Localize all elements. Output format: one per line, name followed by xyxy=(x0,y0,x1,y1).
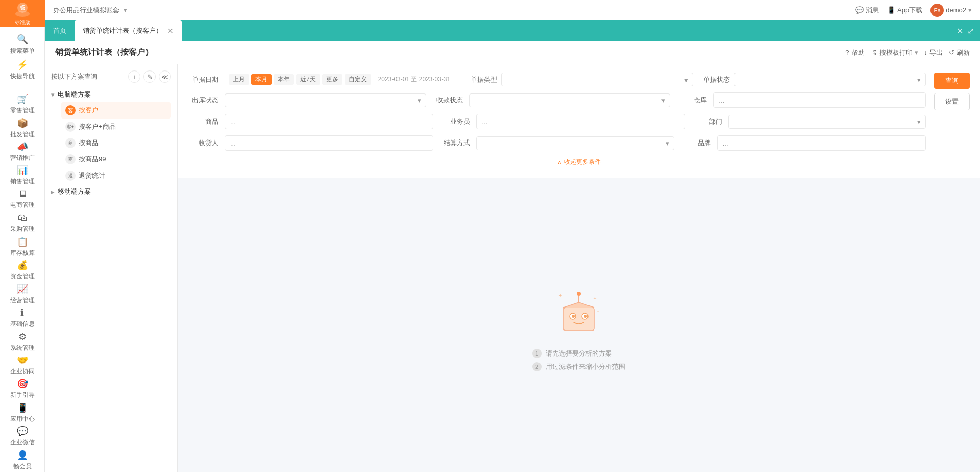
sidebar-item-finance[interactable]: 💰 资金管理 xyxy=(0,258,45,282)
receipt-status-select-wrap xyxy=(469,93,671,107)
sidebar-item-label: 应用中心 xyxy=(10,415,35,423)
collapse-panel-btn[interactable]: ≪ xyxy=(159,70,171,83)
settings-button[interactable]: 设置 xyxy=(934,93,970,110)
sidebar-item-label: 资金管理 xyxy=(10,272,35,281)
order-status-select[interactable] xyxy=(734,73,926,86)
tree-item-by-customer[interactable]: 客 按客户 xyxy=(61,102,171,119)
tab-sales-report[interactable]: 销货单统计计表（按客户） ✕ xyxy=(75,20,182,41)
warehouse-label: 仓库 xyxy=(676,96,707,105)
export-btn[interactable]: ↓ 导出 xyxy=(924,48,943,57)
sidebar-item-system[interactable]: ⚙ 系统管理 xyxy=(0,329,45,353)
sales-icon: 📊 xyxy=(17,164,28,176)
out-status-select[interactable] xyxy=(225,93,426,107)
tab-close-icon[interactable]: ✕ xyxy=(167,27,174,35)
refresh-btn[interactable]: ↺ 刷新 xyxy=(949,48,970,57)
sidebar-item-quick-nav[interactable]: ⚡ 快捷导航 xyxy=(0,57,45,83)
goods-input[interactable]: ... xyxy=(225,114,433,129)
message-icon: 💬 xyxy=(855,6,864,14)
member-icon: 👤 xyxy=(17,450,28,461)
tree-children-desktop: 客 按客户 客+ 按客户+商品 商 按商品 商 xyxy=(51,102,171,184)
tree-item-return-stats[interactable]: 退 退货统计 xyxy=(61,168,171,184)
app-download-label: App下载 xyxy=(897,6,922,15)
sidebar-item-wechat[interactable]: 💬 企业微信 xyxy=(0,424,45,448)
sidebar-search-item[interactable]: 🔍 搜索菜单 ⚡ 快捷导航 xyxy=(0,27,44,88)
sidebar-item-search[interactable]: 🔍 搜索菜单 xyxy=(0,32,45,57)
receipt-status-select[interactable] xyxy=(469,93,671,107)
sidebar-item-business[interactable]: 📈 经营管理 xyxy=(0,282,45,305)
print-dropdown-icon: ▾ xyxy=(915,49,918,56)
finance-icon: 💰 xyxy=(17,259,28,271)
sidebar-item-label: 销售管理 xyxy=(10,177,35,186)
warehouse-input[interactable]: ... xyxy=(713,92,926,108)
tab-home[interactable]: 首页 xyxy=(45,20,75,41)
sidebar-item-wholesale[interactable]: 📦 批发管理 xyxy=(0,116,45,139)
salesperson-ellipsis: ... xyxy=(482,118,487,126)
query-buttons-group: 查询 设置 xyxy=(934,73,970,110)
warehouse-ellipsis: ... xyxy=(719,97,724,104)
order-type-label: 单据类型 xyxy=(467,75,497,84)
user-menu[interactable]: Ea demo2 ▾ xyxy=(930,4,972,17)
tab-maximize-icon[interactable]: ⤢ xyxy=(967,26,974,36)
page-header: 销货单统计计表（按客户） ? 帮助 🖨 按模板打印 ▾ ↓ 导出 ↺ 刷新 xyxy=(45,41,980,64)
user-dropdown-icon: ▾ xyxy=(968,6,972,14)
tree-item-by-goods99[interactable]: 商 按商品99 xyxy=(61,151,171,168)
help-btn[interactable]: ? 帮助 xyxy=(845,48,864,57)
quick-btn-this-month[interactable]: 本月 xyxy=(251,74,272,85)
sidebar-item-label: 零售管理 xyxy=(10,106,35,115)
tree-parent-desktop[interactable]: ▾ 电脑端方案 xyxy=(51,87,171,102)
tree-parent-label: 移动端方案 xyxy=(58,187,91,196)
sidebar-item-purchase[interactable]: 🛍 采购管理 xyxy=(0,211,45,234)
sidebar-item-sales[interactable]: 📊 销售管理 xyxy=(0,163,45,187)
ecommerce-icon: 🖥 xyxy=(18,188,27,199)
brand-input[interactable]: ... xyxy=(717,135,926,151)
basic-icon: ℹ xyxy=(20,307,24,318)
collapse-filter-btn[interactable]: ∧ 收起更多条件 xyxy=(188,155,970,170)
sidebar-item-inventory[interactable]: 📋 库存核算 xyxy=(0,235,45,258)
sidebar-item-ecommerce[interactable]: 🖥 电商管理 xyxy=(0,187,45,211)
sidebar-item-retail[interactable]: 🛒 零售管理 xyxy=(0,92,45,116)
consignee-ellipsis: ... xyxy=(230,139,236,147)
node-icon-customer-goods: 客+ xyxy=(65,122,76,132)
topbar-dropdown-icon[interactable]: ▾ xyxy=(124,6,127,14)
cooperation-icon: 🤝 xyxy=(17,355,28,366)
order-status-select-wrap xyxy=(734,73,926,86)
quick-btn-more[interactable]: 更多 xyxy=(322,74,342,85)
edit-icon: ✎ xyxy=(147,73,153,81)
query-button[interactable]: 查询 xyxy=(934,73,970,89)
sidebar-item-label: 电商管理 xyxy=(10,201,35,209)
messages-btn[interactable]: 💬 消息 xyxy=(855,6,879,15)
edit-scheme-btn[interactable]: ✎ xyxy=(143,70,156,83)
quick-btn-last7days[interactable]: 近7天 xyxy=(296,74,320,85)
tree-item-by-customer-goods[interactable]: 客+ 按客户+商品 xyxy=(61,119,171,135)
tree-parent-mobile[interactable]: ▸ 移动端方案 xyxy=(51,184,171,199)
settlement-select[interactable] xyxy=(476,136,674,150)
app-version-label: 标准版 xyxy=(15,19,30,26)
department-select[interactable] xyxy=(728,115,926,129)
main-split-area: 按以下方案查询 + ✎ ≪ ▾ xyxy=(45,64,980,472)
help-label: 帮助 xyxy=(851,48,865,57)
settlement-label: 结算方式 xyxy=(439,138,470,148)
tree-item-by-goods[interactable]: 商 按商品 xyxy=(61,135,171,151)
consignee-input[interactable]: ... xyxy=(225,135,433,151)
order-type-select[interactable] xyxy=(501,73,693,86)
quick-btn-last-month[interactable]: 上月 xyxy=(229,74,249,85)
sidebar-item-member[interactable]: 👤 畅会员 xyxy=(0,449,45,472)
node-icon-goods99: 商 xyxy=(65,154,76,164)
quick-btn-custom[interactable]: 自定义 xyxy=(345,74,371,85)
add-scheme-btn[interactable]: + xyxy=(128,70,140,83)
salesperson-input[interactable]: ... xyxy=(476,114,685,129)
left-panel: 按以下方案查询 + ✎ ≪ ▾ xyxy=(45,64,178,472)
quick-btn-this-year[interactable]: 本年 xyxy=(274,74,294,85)
tab-window-close-icon[interactable]: ✕ xyxy=(957,26,963,36)
sidebar-item-cooperation[interactable]: 🤝 企业协同 xyxy=(0,353,45,377)
print-label: 按模板打印 xyxy=(879,48,913,57)
sidebar-item-guide[interactable]: 🎯 新手引导 xyxy=(0,377,45,400)
sidebar-item-label: 库存核算 xyxy=(10,249,35,257)
sidebar-item-apps[interactable]: 📱 应用中心 xyxy=(0,401,45,424)
sidebar-item-marketing[interactable]: 📣 营销推广 xyxy=(0,140,45,163)
collapse-label: 收起更多条件 xyxy=(564,158,601,167)
sidebar-item-basic[interactable]: ℹ 基础信息 xyxy=(0,306,45,329)
app-download-btn[interactable]: 📱 App下载 xyxy=(887,6,922,15)
page-content: 销货单统计计表（按客户） ? 帮助 🖨 按模板打印 ▾ ↓ 导出 ↺ 刷新 xyxy=(45,41,980,472)
print-btn[interactable]: 🖨 按模板打印 ▾ xyxy=(871,48,918,57)
